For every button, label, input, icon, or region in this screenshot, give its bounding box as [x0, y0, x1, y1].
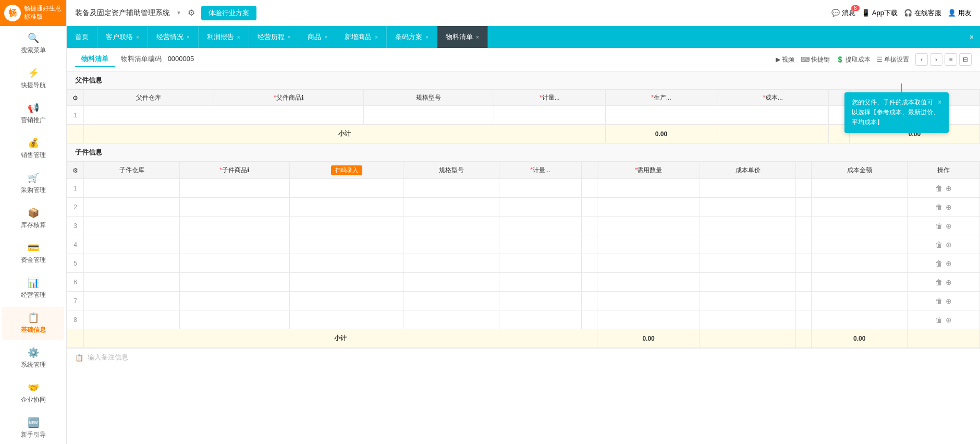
- sub-tab-bom-list[interactable]: 物料清单: [75, 52, 115, 67]
- child-col-spec: 规格型号: [403, 162, 499, 179]
- app-download-button[interactable]: 📱 App下载: [862, 8, 898, 18]
- child-col-amount: 成本金额: [812, 162, 908, 179]
- tab-new-goods[interactable]: 新增商品 ×: [336, 26, 387, 48]
- child-action-7: 🗑⊕: [908, 292, 980, 310]
- sidebar-item-basic[interactable]: 📋 基础信息: [2, 307, 64, 340]
- sidebar-item-guide[interactable]: 🆕 新手引导: [2, 412, 64, 444]
- copy-icon-8[interactable]: ⊕: [946, 316, 952, 324]
- parent-col-warehouse: 父件仓库: [84, 90, 214, 106]
- parent-spec-1[interactable]: [363, 106, 494, 125]
- child-amount-1: [812, 179, 908, 198]
- sub-tab-bom-code[interactable]: 物料清单编码 0000005: [115, 52, 200, 67]
- delete-icon-4[interactable]: 🗑: [935, 241, 942, 249]
- message-badge: 6: [851, 5, 860, 11]
- shortcut-action[interactable]: ⌨ 快捷键: [801, 55, 830, 64]
- copy-icon-6[interactable]: ⊕: [946, 278, 952, 286]
- notes-placeholder[interactable]: 输入备注信息: [88, 353, 128, 362]
- sidebar-item-sales[interactable]: 💰 销售管理: [2, 132, 64, 165]
- tab-bom[interactable]: 物料清单 ×: [437, 26, 488, 48]
- parent-unit-1[interactable]: [494, 106, 605, 125]
- copy-icon-4[interactable]: ⊕: [946, 241, 952, 249]
- delete-icon-6[interactable]: 🗑: [935, 278, 942, 286]
- sidebar-item-system[interactable]: ⚙️ 系统管理: [2, 342, 64, 375]
- tab-history[interactable]: 经营历程 ×: [249, 26, 300, 48]
- delete-icon-1[interactable]: 🗑: [935, 184, 942, 193]
- child-subtotal-amount: 0.00: [812, 329, 908, 348]
- sidebar: 畅 畅捷通好生意 标准版 🔍 搜索菜单 ⚡ 快捷导航 📢 营销推广 💰 销售管理…: [0, 0, 67, 444]
- copy-icon-1[interactable]: ⊕: [946, 184, 952, 193]
- delete-icon-2[interactable]: 🗑: [935, 203, 942, 211]
- gear-icon[interactable]: ⚙: [188, 8, 195, 18]
- child-spec-1[interactable]: [403, 179, 499, 198]
- dropdown-arrow[interactable]: ▼: [176, 10, 181, 16]
- tab-bom-close[interactable]: ×: [476, 34, 479, 40]
- tab-profit[interactable]: 利润报告 ×: [199, 26, 249, 48]
- system-icon: ⚙️: [28, 347, 39, 358]
- delete-icon-5[interactable]: 🗑: [935, 259, 942, 268]
- sidebar-item-marketing[interactable]: 📢 营销推广: [2, 97, 64, 130]
- tab-history-close[interactable]: ×: [288, 34, 291, 40]
- child-row-num-1: 1: [67, 179, 84, 198]
- tab-profit-close[interactable]: ×: [237, 34, 240, 40]
- parent-goods-1[interactable]: [214, 106, 363, 125]
- video-action[interactable]: ▶ 视频: [776, 55, 794, 64]
- tab-customer[interactable]: 客户联络 ×: [97, 26, 148, 48]
- sidebar-item-quick-nav[interactable]: ⚡ 快捷导航: [2, 62, 64, 95]
- parent-col-settings[interactable]: ⚙: [67, 90, 84, 106]
- delete-icon-8[interactable]: 🗑: [935, 316, 942, 324]
- scan-button[interactable]: 扫码录入: [331, 165, 362, 175]
- close-all-tabs[interactable]: ×: [963, 33, 980, 41]
- tooltip-close[interactable]: ×: [938, 98, 941, 107]
- delete-icon-7[interactable]: 🗑: [935, 297, 942, 305]
- tab-barcode[interactable]: 条码方案 ×: [387, 26, 437, 48]
- user-button[interactable]: 👤 用友: [948, 8, 972, 18]
- child-action-4: 🗑⊕: [908, 235, 980, 254]
- parent-subtotal-row: 小计 0.00 0.00: [67, 125, 980, 143]
- child-col-settings[interactable]: ⚙: [67, 162, 84, 179]
- parent-warehouse-1[interactable]: [84, 106, 214, 125]
- tab-home[interactable]: 首页: [67, 26, 97, 48]
- sidebar-item-search[interactable]: 🔍 搜索菜单: [2, 27, 64, 60]
- sidebar-item-enterprise[interactable]: 🤝 企业协同: [2, 377, 64, 410]
- sidebar-item-purchase[interactable]: 🛒 采购管理: [2, 167, 64, 200]
- nav-next[interactable]: ›: [930, 53, 942, 66]
- copy-icon-2[interactable]: ⊕: [946, 203, 952, 211]
- tab-business[interactable]: 经营情况 ×: [148, 26, 199, 48]
- keyboard-icon: ⌨: [801, 56, 810, 63]
- copy-icon-5[interactable]: ⊕: [946, 259, 952, 268]
- child-goods-1[interactable]: [180, 179, 290, 198]
- message-button[interactable]: 💬 消息 6: [831, 8, 855, 18]
- child-row-7: 7 🗑⊕: [67, 292, 980, 310]
- sidebar-item-finance[interactable]: 💳 资金管理: [2, 237, 64, 270]
- copy-icon-7[interactable]: ⊕: [946, 297, 952, 305]
- copy-icon-3[interactable]: ⊕: [946, 222, 952, 230]
- nav-close[interactable]: ⊟: [959, 53, 972, 66]
- parent-cost-1[interactable]: [717, 106, 828, 125]
- delete-icon-3[interactable]: 🗑: [935, 222, 942, 230]
- tab-new-goods-close[interactable]: ×: [375, 34, 378, 40]
- trial-button[interactable]: 体验行业方案: [201, 6, 256, 20]
- child-col-unit: *计量...: [499, 162, 582, 179]
- nav-list[interactable]: ≡: [945, 53, 957, 66]
- tab-goods-close[interactable]: ×: [324, 34, 327, 40]
- tab-barcode-close[interactable]: ×: [425, 34, 428, 40]
- cost-action[interactable]: 💲 提取成本: [836, 55, 871, 64]
- child-unit-1[interactable]: [499, 179, 582, 198]
- child-action-6: 🗑⊕: [908, 273, 980, 292]
- nav-prev[interactable]: ‹: [915, 53, 928, 66]
- child-qty-1[interactable]: [597, 179, 700, 198]
- enterprise-icon: 🤝: [28, 382, 39, 393]
- service-button[interactable]: 🎧 在线客服: [904, 8, 941, 18]
- parent-production-1[interactable]: [605, 106, 717, 125]
- settings-action[interactable]: ☰ 单据设置: [877, 55, 909, 64]
- child-table: ⚙ 子件仓库 *子件商品ℹ 扫码录入 规格型号 *计量... *需用数量 成本单…: [67, 162, 980, 348]
- tab-customer-close[interactable]: ×: [136, 34, 139, 40]
- sidebar-item-ops[interactable]: 📊 经营管理: [2, 272, 64, 305]
- child-unit-cost-1[interactable]: [700, 179, 796, 198]
- tab-goods[interactable]: 商品 ×: [299, 26, 336, 48]
- child-row-2: 2 🗑⊕: [67, 198, 980, 217]
- child-col-qty: *需用数量: [597, 162, 700, 179]
- child-warehouse-1[interactable]: [84, 179, 180, 198]
- sidebar-item-inventory[interactable]: 📦 库存核算: [2, 202, 64, 235]
- tab-business-close[interactable]: ×: [187, 34, 190, 40]
